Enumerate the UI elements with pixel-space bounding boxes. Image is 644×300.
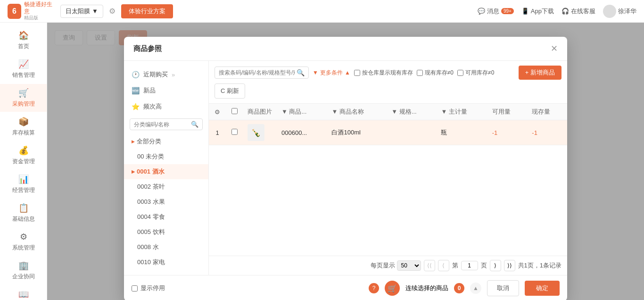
more-filter-button[interactable]: ▼ 更多条件 ▲ bbox=[313, 69, 350, 77]
category-all[interactable]: ▶ 全部分类 bbox=[124, 134, 208, 149]
content-area: 查询 设置 刷新 商品参照 ✕ 🕐 近期购买 bbox=[47, 23, 644, 300]
category-appliance-label: 0010 家电 bbox=[132, 258, 165, 267]
pagination-bar: 每页显示 50 100 200 ⟨⟨ ⟨ 第 页 bbox=[209, 256, 567, 275]
enterprise-icon: 🏢 bbox=[18, 260, 29, 271]
sidebar-item-purchase[interactable]: 🛒 采购管理 bbox=[0, 84, 47, 112]
show-disabled-label: 显示停用 bbox=[140, 284, 165, 292]
current-stock-check: 现有库存≠0 bbox=[417, 69, 454, 77]
online-service-btn[interactable]: 🎧 在线客服 bbox=[561, 7, 595, 16]
new-product-nav[interactable]: 🆕 新品 bbox=[124, 83, 208, 99]
product-search-input[interactable] bbox=[219, 69, 295, 76]
show-disabled-group: 显示停用 bbox=[132, 284, 165, 292]
col-settings[interactable]: ⚙ bbox=[209, 104, 226, 120]
frequent-nav[interactable]: ⭐ 频次高 bbox=[124, 99, 208, 115]
category-search-input[interactable] bbox=[134, 121, 189, 128]
basic-icon: 📋 bbox=[18, 203, 29, 213]
sidebar-item-finance[interactable]: 💰 资金管理 bbox=[0, 142, 47, 169]
row-checkbox-cell[interactable] bbox=[226, 120, 243, 145]
row-checkbox[interactable] bbox=[231, 129, 238, 135]
col-name-label: ▼ 商品名称 bbox=[331, 108, 363, 115]
col-unit[interactable]: ▼ 主计量 bbox=[436, 104, 487, 120]
per-page-label: 每页显示 bbox=[371, 261, 395, 270]
category-alcohol[interactable]: ▶ 0001 酒水 bbox=[124, 164, 208, 179]
warehouse-stock-check: 按仓库显示现有库存 bbox=[354, 69, 413, 77]
sidebar-label-home: 首页 bbox=[18, 42, 29, 50]
filter-icon: ▼ bbox=[313, 69, 318, 76]
category-tea[interactable]: 0002 茶叶 bbox=[124, 179, 208, 194]
show-disabled-checkbox[interactable] bbox=[132, 285, 138, 292]
sidebar-item-guide[interactable]: 📖 新手引导 bbox=[0, 285, 47, 300]
message-btn[interactable]: 💬 消息 99+ bbox=[478, 7, 514, 16]
sidebar-item-enterprise[interactable]: 🏢 企业协同 bbox=[0, 257, 47, 284]
expand-icon-alcohol: ▶ bbox=[132, 169, 135, 174]
per-page-select[interactable]: 50 100 200 bbox=[397, 260, 421, 271]
table-row[interactable]: 1 🍾 000600... 白酒100ml bbox=[209, 120, 567, 145]
first-page-button[interactable]: ⟨⟨ bbox=[424, 260, 435, 271]
sidebar-item-sales[interactable]: 📈 销售管理 bbox=[0, 55, 47, 83]
category-uncategorized[interactable]: 00 未分类 bbox=[124, 149, 208, 164]
logo-sub: 精品版 bbox=[24, 15, 55, 21]
col-name[interactable]: ▼ 商品名称 bbox=[327, 104, 387, 120]
service-label: 在线客服 bbox=[571, 7, 595, 16]
inventory-icon: 📦 bbox=[18, 117, 29, 127]
available-stock-checkbox[interactable] bbox=[457, 70, 463, 76]
sidebar-item-basic[interactable]: 📋 基础信息 bbox=[0, 199, 47, 227]
gear-icon[interactable]: ⚙ bbox=[109, 7, 116, 16]
add-product-button[interactable]: + 新增商品 bbox=[519, 66, 561, 80]
cancel-button[interactable]: 取消 bbox=[487, 280, 519, 296]
confirm-button[interactable]: 确定 bbox=[525, 281, 560, 296]
purchase-icon: 🛒 bbox=[18, 88, 29, 98]
app-download-btn[interactable]: 📱 App下载 bbox=[521, 7, 554, 16]
new-product-label: 新品 bbox=[143, 86, 156, 95]
last-page-button[interactable]: ⟩⟩ bbox=[504, 260, 515, 271]
select-all-checkbox[interactable] bbox=[231, 108, 238, 114]
category-appliance[interactable]: 0010 家电 bbox=[124, 255, 208, 270]
sidebar: 🏠 首页 📈 销售管理 🛒 采购管理 📦 库存核算 💰 资金管理 📊 经营管理 … bbox=[0, 23, 47, 300]
prev-page-button[interactable]: ⟨ bbox=[438, 260, 449, 271]
sidebar-label-finance: 资金管理 bbox=[12, 158, 35, 166]
logo-icon: 6 bbox=[8, 4, 21, 19]
col-code[interactable]: ▼ 商品... bbox=[277, 104, 327, 120]
current-stock-checkbox[interactable] bbox=[417, 70, 423, 76]
modal-body: 🕐 近期购买 » 🆕 新品 ⭐ 频次高 bbox=[124, 61, 567, 275]
product-search-box: 🔍 bbox=[215, 67, 309, 79]
sidebar-item-system[interactable]: ⚙ 系统管理 bbox=[0, 228, 47, 256]
main-layout: 🏠 首页 📈 销售管理 🛒 采购管理 📦 库存核算 💰 资金管理 📊 经营管理 … bbox=[0, 23, 644, 300]
sidebar-item-inventory[interactable]: 📦 库存核算 bbox=[0, 113, 47, 141]
col-available: 可用量 bbox=[487, 104, 528, 120]
recent-purchase-nav[interactable]: 🕐 近期购买 » bbox=[124, 67, 208, 83]
category-water[interactable]: 0008 水 bbox=[124, 240, 208, 255]
col-spec[interactable]: ▼ 规格... bbox=[387, 104, 436, 120]
sidebar-label-purchase: 采购管理 bbox=[12, 100, 35, 108]
category-beverage[interactable]: 0005 饮料 bbox=[124, 225, 208, 240]
user-menu[interactable]: 徐泽华 bbox=[603, 5, 636, 18]
sidebar-item-business[interactable]: 📊 经营管理 bbox=[0, 170, 47, 198]
page-unit: 页 bbox=[481, 261, 487, 270]
help-icon[interactable]: ? bbox=[369, 283, 379, 293]
trial-button[interactable]: 体验行业方案 bbox=[121, 4, 173, 18]
collapse-icon[interactable]: » bbox=[172, 71, 175, 78]
sidebar-label-inventory: 库存核算 bbox=[12, 129, 35, 137]
warehouse-stock-checkbox[interactable] bbox=[354, 70, 360, 76]
next-page-button[interactable]: ⟩ bbox=[490, 260, 501, 271]
col-select-all[interactable] bbox=[226, 104, 243, 120]
page-input[interactable] bbox=[461, 261, 478, 270]
sidebar-label-basic: 基础信息 bbox=[12, 215, 35, 223]
refresh-button[interactable]: C 刷新 bbox=[215, 83, 245, 99]
modal-close-button[interactable]: ✕ bbox=[551, 43, 558, 54]
product-name-cell: 白酒100ml bbox=[327, 120, 387, 145]
collapse-cart-button[interactable]: ▲ bbox=[470, 283, 481, 294]
category-fruit-label: 0003 水果 bbox=[132, 198, 165, 206]
business-icon: 📊 bbox=[18, 174, 29, 184]
sidebar-item-home[interactable]: 🏠 首页 bbox=[0, 26, 47, 54]
branch-selector[interactable]: 日太阳膜 ▼ bbox=[60, 5, 103, 18]
category-snack[interactable]: 0004 零食 bbox=[124, 209, 208, 225]
cart-count-badge: 0 bbox=[454, 283, 464, 293]
page-label: 第 bbox=[452, 261, 458, 270]
cart-button[interactable]: 🛒 bbox=[385, 281, 400, 296]
nav-right: 💬 消息 99+ 📱 App下载 🎧 在线客服 徐泽华 bbox=[478, 5, 636, 18]
filter-label: 更多条件 bbox=[320, 69, 343, 77]
category-fruit[interactable]: 0003 水果 bbox=[124, 194, 208, 209]
product-image-cell: 🍾 bbox=[243, 120, 277, 145]
warehouse-stock-label: 按仓库显示现有库存 bbox=[362, 69, 413, 77]
